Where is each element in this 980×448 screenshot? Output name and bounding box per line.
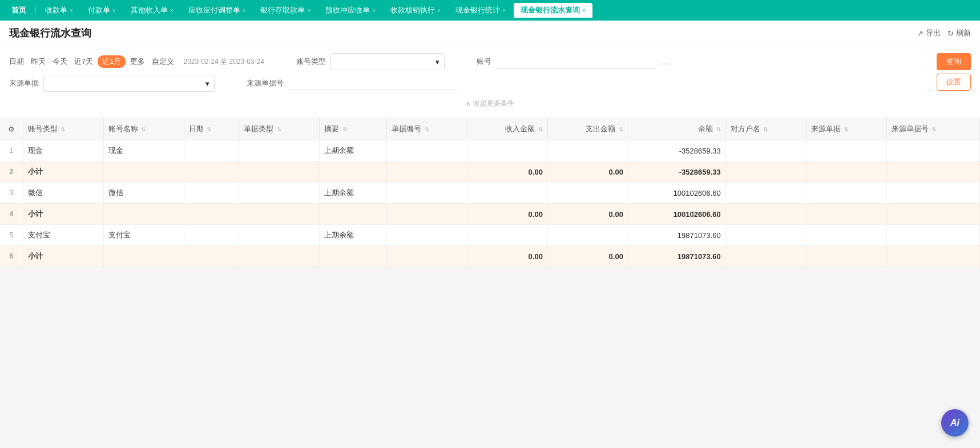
refresh-button[interactable]: ↻ 刷新 <box>947 28 971 38</box>
export-icon: ↗ <box>917 29 923 38</box>
table-row: 4小计0.000.00100102606.60 <box>0 204 980 225</box>
close-icon[interactable]: × <box>372 7 376 14</box>
cell-balance: 19871073.60 <box>628 246 725 267</box>
cell-account-type: 小计 <box>23 204 103 225</box>
date-btn-more[interactable]: 更多 <box>128 55 147 68</box>
more-options-icon[interactable]: ... <box>660 56 671 67</box>
nav-tab-8[interactable]: 现金银行流水查询 × <box>514 3 592 18</box>
column-balance[interactable]: 余额 ⇅ <box>628 118 725 140</box>
cell-counterparty <box>725 183 806 204</box>
refresh-icon: ↻ <box>947 29 954 38</box>
column-date[interactable]: 日期 ⇅ <box>184 118 239 140</box>
cell-source-doc <box>806 204 886 225</box>
column-gear[interactable]: ⚙ <box>0 118 23 140</box>
close-icon[interactable]: × <box>502 7 506 14</box>
table-row: 5支付宝支付宝上期余额19871073.60 <box>0 225 980 246</box>
cell-no: 6 <box>0 246 23 267</box>
nav-tab-5[interactable]: 预收冲应收单 × <box>318 3 382 18</box>
cell-voucher-type <box>239 183 320 204</box>
column-voucher-type[interactable]: 单据类型 ⇅ <box>239 118 320 140</box>
chevron-down-icon: ▾ <box>205 79 209 88</box>
close-icon[interactable]: × <box>243 7 246 14</box>
settings-button[interactable]: 设置 <box>937 74 971 91</box>
sort-icon: ⇅ <box>277 126 281 132</box>
close-icon[interactable]: × <box>170 7 174 14</box>
date-btn-today[interactable]: 今天 <box>50 55 70 68</box>
cell-account-name <box>103 246 184 267</box>
cell-voucher-type <box>239 162 320 183</box>
source-doc-no-filter-group: 来源单据号 <box>247 76 459 90</box>
cell-account-type: 现金 <box>23 140 103 162</box>
date-btn-yesterday[interactable]: 昨天 <box>29 55 48 68</box>
cell-income <box>467 140 547 162</box>
column-income[interactable]: 收入金额 ⇅ <box>467 118 547 140</box>
cell-balance: -3528659.33 <box>628 162 725 183</box>
account-type-select[interactable]: ▾ <box>330 53 445 70</box>
cell-account-name: 现金 <box>103 140 184 162</box>
cell-source-no <box>886 183 979 204</box>
cell-income: 0.00 <box>467 246 547 267</box>
cell-date <box>184 225 239 246</box>
account-filter-group: 账号 ... <box>477 55 671 68</box>
nav-tab-4[interactable]: 银行存取款单 × <box>253 3 317 18</box>
cell-account-type: 小计 <box>23 162 103 183</box>
source-doc-label: 来源单据 <box>9 78 39 88</box>
sort-icon: ⇅ <box>61 126 65 132</box>
nav-tab-3[interactable]: 应收应付调整单 × <box>182 3 253 18</box>
cell-balance: 100102606.60 <box>628 183 725 204</box>
close-icon[interactable]: × <box>437 7 441 14</box>
cell-balance: 19871073.60 <box>628 225 725 246</box>
account-type-label: 账号类型 <box>296 56 326 67</box>
column-voucher-no[interactable]: 单据编号 ⇅ <box>386 118 467 140</box>
close-icon[interactable]: × <box>582 7 586 14</box>
sort-icon: ⇅ <box>619 126 623 132</box>
date-btn-custom[interactable]: 自定义 <box>150 55 176 68</box>
cell-summary <box>320 246 387 267</box>
cell-counterparty <box>725 246 806 267</box>
date-btn-7days[interactable]: 近7天 <box>72 55 95 68</box>
page-header: 现金银行流水查询 ↗ 导出 ↻ 刷新 <box>0 21 980 46</box>
column-summary[interactable]: 摘要 ⇅ <box>320 118 387 140</box>
source-doc-no-input[interactable] <box>288 76 459 90</box>
column-source-no[interactable]: 来源单据号 ⇅ <box>886 118 979 140</box>
nav-tab-7[interactable]: 现金银行统计 × <box>449 3 513 18</box>
column-account-type[interactable]: 账号类型 ⇅ <box>23 118 103 140</box>
table-body: 1现金现金上期余额-3528659.332小计0.000.00-3528659.… <box>0 140 980 267</box>
source-doc-filter-group: 来源单据 ▾ <box>9 75 215 92</box>
page-title: 现金银行流水查询 <box>9 26 91 40</box>
cell-account-name <box>103 204 184 225</box>
cell-account-name <box>103 162 184 183</box>
cell-counterparty <box>725 225 806 246</box>
cell-expense <box>547 183 628 204</box>
nav-tab-0[interactable]: 收款单 × <box>38 3 80 18</box>
nav-tab-1[interactable]: 付款单 × <box>81 3 123 18</box>
date-btn-1month[interactable]: 近1月 <box>98 55 126 68</box>
cell-summary <box>320 162 387 183</box>
filter-right-actions: 查询 设置 <box>937 53 971 91</box>
close-icon[interactable]: × <box>112 7 116 14</box>
column-source-doc[interactable]: 来源单据 ⇅ <box>806 118 886 140</box>
close-icon[interactable]: × <box>70 7 73 14</box>
nav-home[interactable]: 首页 <box>5 3 33 18</box>
account-input[interactable] <box>496 55 656 68</box>
date-shortcuts: 昨天 今天 近7天 近1月 更多 自定义 <box>29 55 176 68</box>
main-table: ⚙ 账号类型 ⇅ 账号名称 ⇅ 日期 ⇅ 单据类型 ⇅ <box>0 118 980 267</box>
close-icon[interactable]: × <box>307 7 310 14</box>
column-counterparty[interactable]: 对方户名 ⇅ <box>725 118 806 140</box>
top-nav: 首页 收款单 × 付款单 × 其他收入单 × 应收应付调整单 × 银行存取款单 … <box>0 0 980 21</box>
column-account-name[interactable]: 账号名称 ⇅ <box>103 118 184 140</box>
cell-source-no <box>886 225 979 246</box>
cell-summary: 上期余额 <box>320 183 387 204</box>
source-doc-select[interactable]: ▾ <box>43 75 215 92</box>
gear-icon: ⚙ <box>8 125 15 134</box>
collapse-bar[interactable]: ∧ 收起更多条件 <box>9 96 971 111</box>
cell-counterparty <box>725 204 806 225</box>
query-button[interactable]: 查询 <box>937 53 971 70</box>
sort-icon: ⇅ <box>425 126 429 132</box>
cell-voucher-no <box>386 225 467 246</box>
cell-voucher-no <box>386 162 467 183</box>
nav-tab-2[interactable]: 其他收入单 × <box>124 3 180 18</box>
nav-tab-6[interactable]: 收款核销执行 × <box>384 3 447 18</box>
column-expense[interactable]: 支出金额 ⇅ <box>547 118 628 140</box>
export-button[interactable]: ↗ 导出 <box>917 28 941 38</box>
